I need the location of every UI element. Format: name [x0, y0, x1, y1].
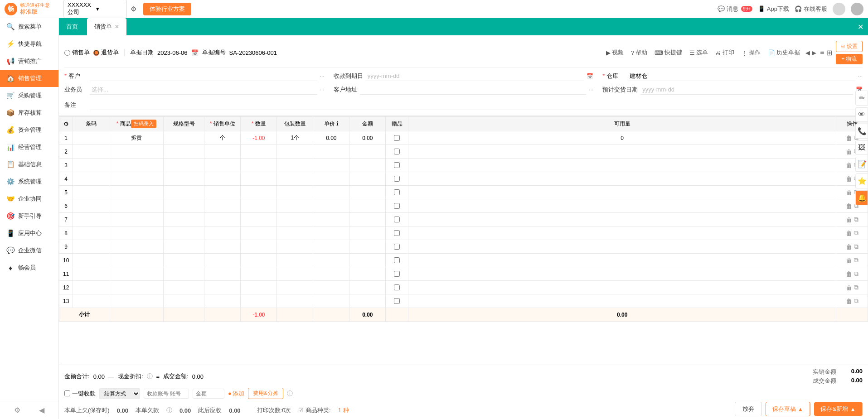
help-circle-icon[interactable]: ⓘ	[147, 372, 153, 380]
sidebar-item-inventory[interactable]: 📦 库存核算	[0, 104, 58, 121]
trial-button[interactable]: 体验行业方案	[143, 3, 191, 15]
delete-row-6-button[interactable]: 🗑	[846, 202, 852, 210]
avatar[interactable]	[833, 3, 845, 15]
delete-row-2-button[interactable]: 🗑	[846, 148, 852, 155]
settings-gear-button[interactable]: ⚙	[127, 3, 140, 15]
company-selector[interactable]: XXXXXX公司 ▾	[63, 0, 127, 18]
cell-price-1[interactable]: 0.00	[313, 131, 349, 145]
delete-row-13-button[interactable]: 🗑	[846, 298, 852, 305]
float-note-button[interactable]: 📝	[855, 157, 868, 172]
tab-close-icon[interactable]: ✕	[115, 24, 119, 30]
float-phone-button[interactable]: 📞	[855, 124, 868, 139]
view-grid-icon[interactable]: ⊞	[826, 48, 832, 57]
salesman-suffix-icon[interactable]: ···	[320, 87, 325, 93]
customer-suffix-icon[interactable]: ···	[320, 73, 325, 79]
delete-row-4-button[interactable]: 🗑	[846, 175, 852, 183]
calendar-icon[interactable]: 📅	[191, 49, 199, 56]
cell-barcode-1[interactable]	[73, 131, 109, 145]
delete-row-9-button[interactable]: 🗑	[846, 243, 852, 250]
fee-split-button[interactable]: 费用&分摊	[248, 388, 283, 399]
sidebar-item-operations[interactable]: 📊 经营管理	[0, 139, 58, 156]
copy-row-12-button[interactable]: ⧉	[854, 284, 858, 291]
float-image-button[interactable]: 🖼	[855, 140, 868, 155]
select-btn[interactable]: ☰ 选单	[688, 48, 710, 58]
help-debt-icon[interactable]: ⓘ	[166, 406, 172, 414]
avatar2[interactable]	[851, 3, 863, 15]
delete-row-12-button[interactable]: 🗑	[846, 284, 852, 291]
expected-delivery-input[interactable]	[640, 85, 853, 95]
customer-address-input[interactable]	[360, 85, 587, 95]
copy-row-9-button[interactable]: ⧉	[854, 243, 858, 250]
cell-amount-1[interactable]: 0.00	[349, 131, 386, 145]
history-btn[interactable]: 📄 历史单据	[766, 48, 802, 58]
message-button[interactable]: 💬 消息 99+	[718, 5, 752, 13]
warehouse-input[interactable]	[628, 71, 855, 81]
nav-next-icon[interactable]: ▶	[812, 49, 816, 56]
delete-row-10-button[interactable]: 🗑	[846, 257, 852, 264]
sidebar-item-guide[interactable]: 🎯 新手引导	[0, 207, 58, 225]
sidebar-item-search[interactable]: 🔍 搜索菜单	[0, 18, 58, 35]
draft-caret-icon[interactable]: ▲	[798, 406, 804, 413]
warehouse-suffix-icon[interactable]: ···	[858, 73, 863, 79]
app-download-button[interactable]: 📱 App下载	[758, 5, 789, 13]
delete-row-8-button[interactable]: 🗑	[846, 230, 852, 237]
float-edit-button[interactable]: ✏	[855, 91, 868, 106]
delete-row-3-button[interactable]: 🗑	[846, 162, 852, 169]
sidebar-item-finance[interactable]: 💰 资金管理	[0, 121, 58, 139]
tabs-close-all-button[interactable]: ✕	[858, 23, 868, 31]
sidebar-item-purchase[interactable]: 🛒 采购管理	[0, 87, 58, 104]
delete-row-1-button[interactable]: 🗑	[846, 135, 852, 142]
delete-row-5-button[interactable]: 🗑	[846, 189, 852, 196]
copy-row-13-button[interactable]: ⧉	[854, 297, 858, 305]
address-suffix-icon[interactable]: ···	[589, 87, 593, 93]
save-draft-button[interactable]: 保存草稿 ▲	[766, 402, 810, 416]
nav-prev-icon[interactable]: ◀	[805, 49, 810, 56]
settings-button[interactable]: ⊙ 设置	[836, 41, 863, 52]
col-settings-header[interactable]: ⚙	[59, 117, 73, 131]
note-input[interactable]	[90, 100, 863, 110]
logistics-button[interactable]: + 物流	[836, 54, 863, 64]
sidebar-item-system[interactable]: ⚙️ 系统管理	[0, 173, 58, 190]
delete-row-11-button[interactable]: 🗑	[846, 270, 852, 278]
sidebar-item-base[interactable]: 📋 基础信息	[0, 156, 58, 173]
sidebar-item-appstore[interactable]: 📱 应用中心	[0, 225, 58, 242]
cell-gift-1[interactable]	[386, 131, 408, 145]
cell-product-2[interactable]	[109, 145, 164, 159]
add-payment-button[interactable]: ● 添加	[228, 390, 244, 398]
operate-btn[interactable]: ⋮ 操作	[740, 48, 762, 58]
tab-home[interactable]: 首页	[59, 18, 85, 35]
view-list-icon[interactable]: ≡	[820, 48, 824, 57]
account-input[interactable]	[144, 389, 189, 399]
abandon-button[interactable]: 放弃	[735, 402, 762, 416]
amount-input[interactable]	[193, 389, 224, 399]
salesman-input[interactable]	[90, 85, 317, 95]
radio-sales-order[interactable]: 销售单	[64, 48, 90, 57]
sidebar-item-enterprise[interactable]: 🤝 企业协同	[0, 190, 58, 207]
cell-quantity-1[interactable]: -1.00	[241, 131, 277, 145]
customer-input[interactable]	[90, 71, 317, 81]
cell-barcode-2[interactable]	[73, 145, 109, 159]
one-click-payment-checkbox[interactable]: 一键收款	[64, 390, 96, 398]
sidebar-item-wechat[interactable]: 💬 企业微信	[0, 242, 58, 259]
tab-sales-order[interactable]: 销货单 ✕	[87, 18, 126, 35]
save-caret-icon[interactable]: ▲	[850, 406, 856, 413]
help-btn[interactable]: ? 帮助	[629, 48, 649, 58]
sidebar-item-sales[interactable]: 🏠 销售管理	[0, 70, 58, 87]
float-star-button[interactable]: ⭐	[855, 173, 868, 188]
online-service-button[interactable]: 🎧 在线客服	[795, 5, 827, 13]
copy-row-7-button[interactable]: ⧉	[854, 216, 858, 223]
float-eye-button[interactable]: 👁	[855, 107, 868, 122]
payment-due-calendar-icon[interactable]: 📅	[587, 73, 593, 79]
sidebar-collapse-btn[interactable]: ◀	[39, 406, 44, 414]
copy-row-8-button[interactable]: ⧉	[854, 229, 858, 237]
help-fee-icon[interactable]: ⓘ	[287, 390, 293, 398]
delete-row-7-button[interactable]: 🗑	[846, 216, 852, 223]
cell-pack-qty-1[interactable]: 1个	[277, 131, 313, 145]
shortcut-btn[interactable]: ⌨ 快捷键	[653, 48, 684, 58]
sidebar-item-member[interactable]: ♦ 畅会员	[0, 259, 58, 276]
print-btn[interactable]: 🖨 打印	[713, 48, 736, 58]
radio-return-order[interactable]: 退货单	[93, 48, 119, 57]
sidebar-item-marketing[interactable]: 📢 营销推广	[0, 53, 58, 70]
cell-spec-1[interactable]	[164, 131, 204, 145]
sidebar-settings-btn[interactable]: ⚙	[14, 406, 20, 414]
